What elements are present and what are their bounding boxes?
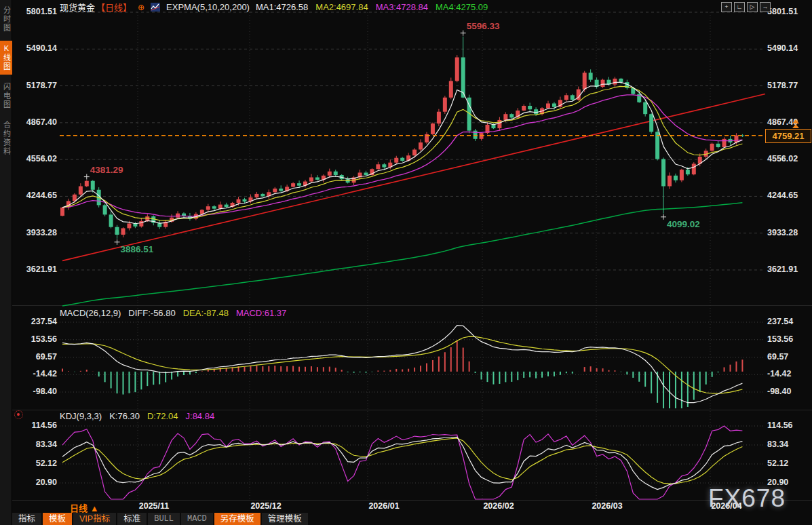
ma-label: MA4:4275.09: [436, 2, 488, 12]
price-axis-label: 4867.40: [14, 117, 57, 127]
xaxis-label: 2026/01: [355, 501, 412, 511]
toolbar-item-BULL[interactable]: BULL: [148, 513, 180, 525]
chart-header: 现货黄金【日线】 ⊕ EXPMA(5,10,20,200) MA1:4726.5…: [60, 1, 488, 13]
price-annotation: 4381.29: [90, 165, 123, 175]
toolbar-item-VIP指标[interactable]: VIP指标: [73, 513, 116, 525]
xaxis-label: 2025/11: [125, 501, 182, 511]
price-axis-label: 3933.28: [767, 228, 798, 237]
kdj-header: KDJ(9,3,3) K:76.30 D:72.04 J:84.84: [60, 411, 214, 421]
toolbar-item-另存模板[interactable]: 另存模板: [214, 513, 260, 525]
price-annotation: 3886.51: [121, 244, 154, 254]
kdj-title[interactable]: KDJ(9,3,3): [60, 411, 102, 421]
price-axis-label: 153.56: [767, 334, 793, 344]
price-axis-label: 52.12: [767, 459, 788, 468]
toolbar-item-管理模板[interactable]: 管理模板: [262, 513, 308, 525]
left-sidebar: 分时图K线图闪电图合约资料: [0, 0, 12, 525]
price-axis-label: 5801.51: [14, 7, 57, 16]
pane-exit-icon[interactable]: →: [760, 2, 771, 12]
ma-label: MA1:4726.58: [256, 2, 308, 12]
price-axis-label: -14.42: [14, 369, 57, 378]
circle-plus-icon[interactable]: ⊕: [138, 3, 144, 12]
price-axis-label: 52.12: [14, 459, 57, 468]
price-axis-label: 83.34: [767, 440, 788, 449]
price-axis-label: 114.56: [14, 421, 57, 430]
price-axis-label: 3933.28: [14, 228, 57, 237]
indicator-settings-icon[interactable]: [14, 410, 23, 419]
current-price-value: 4759.21: [773, 131, 805, 141]
xaxis-label: 2026/03: [579, 501, 636, 511]
sidebar-tab-闪电图[interactable]: 闪电图: [0, 79, 12, 113]
bottom-toolbar: 指标模板VIP指标标准BULLMACD另存模板管理模板: [12, 513, 309, 525]
price-axis-label: 237.54: [767, 317, 793, 326]
axis-scale-icon[interactable]: ∟: [734, 2, 745, 12]
price-axis-label: 69.57: [767, 352, 788, 362]
axis-play-icon[interactable]: ▷: [747, 2, 758, 12]
kdj-d-value: D:72.04: [147, 411, 178, 421]
price-axis-label: 4244.65: [767, 191, 798, 200]
price-axis-label: 4556.02: [767, 154, 798, 163]
toolbar-item-标准[interactable]: 标准: [117, 513, 147, 525]
price-axis-label: 5490.14: [767, 43, 798, 53]
price-axis-label: -98.40: [14, 387, 57, 396]
symbol-title: 现货黄金【日线】: [60, 1, 132, 14]
toolbar-item-模板[interactable]: 模板: [43, 513, 72, 525]
chart-canvas[interactable]: [0, 0, 812, 525]
price-axis-label: 4244.65: [14, 191, 57, 200]
xaxis-label: 2026/02: [470, 501, 527, 511]
macd-diff-value: DIFF:-56.80: [128, 308, 175, 318]
header-toolbar: +∟▷→: [721, 2, 771, 12]
sidebar-tab-合约资料[interactable]: 合约资料: [0, 117, 12, 159]
toolbar-item-指标[interactable]: 指标: [12, 513, 41, 525]
price-axis-label: 5801.51: [767, 7, 798, 16]
ma-label: MA3:4728.84: [376, 2, 428, 12]
mini-chart-icon[interactable]: [151, 3, 160, 12]
price-axis-label: -14.42: [767, 369, 791, 378]
sidebar-tab-分时图[interactable]: 分时图: [0, 3, 12, 36]
price-axis-label: 5178.77: [14, 81, 57, 90]
chevron-up-icon: ▲: [90, 503, 99, 513]
kdj-k-value: K:76.30: [109, 411, 140, 421]
price-axis-label: 3621.91: [14, 265, 57, 274]
price-axis-label: 69.57: [14, 352, 57, 362]
xaxis-label: 2025/12: [237, 501, 294, 511]
macd-header: MACD(26,12,9) DIFF:-56.80 DEA:-87.48 MAC…: [60, 308, 286, 318]
ma-value-labels: MA1:4726.58MA2:4697.84MA3:4728.84MA4:427…: [256, 2, 488, 12]
price-axis-label: 5490.14: [14, 43, 57, 53]
crosshair-icon[interactable]: +: [721, 2, 732, 12]
gold-chart-app: 分时图K线图闪电图合约资料 现货黄金【日线】 ⊕ EXPMA(5,10,20,2…: [0, 0, 812, 525]
ma-label: MA2:4697.84: [315, 2, 368, 12]
price-annotation: 4099.02: [667, 219, 700, 229]
price-axis-label: 83.34: [14, 440, 57, 449]
current-price-marker: 4759.21: [765, 129, 811, 143]
price-annotation: 5596.33: [467, 21, 500, 31]
sidebar-tab-K线图[interactable]: K线图: [0, 41, 12, 75]
price-axis-label: 4556.02: [14, 154, 57, 163]
price-axis-label: 237.54: [14, 317, 57, 326]
toolbar-item-MACD[interactable]: MACD: [181, 513, 213, 525]
price-axis-label: 114.56: [767, 421, 793, 430]
price-axis-label: 3621.91: [767, 265, 798, 274]
macd-dea-value: DEA:-87.48: [183, 308, 229, 318]
kdj-j-value: J:84.84: [186, 411, 215, 421]
price-axis-label: 5178.77: [767, 81, 798, 90]
indicator-label[interactable]: EXPMA(5,10,20,200): [166, 2, 250, 12]
period-tag: 【日线】: [96, 3, 132, 13]
symbol-name: 现货黄金: [60, 3, 95, 13]
price-axis-label: -98.40: [767, 387, 791, 396]
price-up-arrow-icon: [792, 119, 799, 129]
macd-hist-value: MACD:61.37: [236, 308, 286, 318]
macd-title[interactable]: MACD(26,12,9): [60, 308, 121, 318]
price-axis-label: 20.90: [14, 478, 57, 487]
fx678-watermark: FX678: [708, 484, 786, 513]
price-axis-label: 153.56: [14, 334, 57, 344]
